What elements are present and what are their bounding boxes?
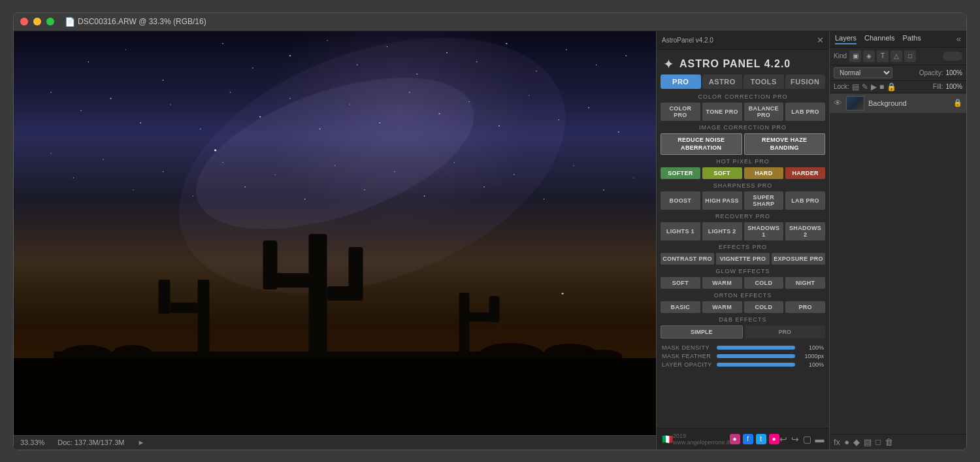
btn-lights2[interactable]: LIGHTS 2 [702,222,742,240]
btn-remove-haze[interactable]: REMOVE HAZE BANDING [744,133,826,155]
hot-pixel-row: SOFTER SOFT HARD HARDER [657,166,829,180]
maximize-button[interactable] [46,18,54,25]
svg-point-51 [394,171,395,172]
close-button[interactable] [20,18,28,25]
layer-opacity-track[interactable] [717,363,795,367]
layer-opacity-value: 100% [798,361,824,368]
lock-transparency-icon[interactable]: ▤ [852,82,859,91]
layer-group-icon[interactable]: ▤ [864,437,872,447]
btn-orton-warm[interactable]: WARM [702,301,742,313]
svg-point-37 [124,31,621,324]
tab-layers[interactable]: Layers [835,34,857,44]
btn-glow-cold[interactable]: COLD [744,277,784,289]
tab-astro[interactable]: ASTRO [702,74,743,89]
btn-tone-pro[interactable]: TONE PRO [702,103,742,121]
layer-adjustment-icon[interactable]: ◆ [853,437,860,447]
btn-db-simple[interactable]: SIMPLE [661,325,743,338]
svg-point-29 [409,91,410,92]
tab-paths[interactable]: Paths [903,34,921,44]
layer-fx-icon[interactable]: fx [834,437,840,447]
btn-soft[interactable]: SOFT [702,167,742,179]
astro-panel-close[interactable]: ✕ [817,35,824,45]
btn-harder[interactable]: HARDER [785,167,825,179]
fill-label: Fill: [933,83,943,90]
btn-shadows2[interactable]: SHADOWS 2 [785,222,825,240]
layer-delete-icon[interactable]: 🗑 [885,437,893,447]
blend-mode-row: Normal Opacity: 100% [830,65,966,81]
redo-icon[interactable]: ↪ [791,434,799,444]
history-icon[interactable]: ▢ [803,434,811,444]
svg-point-18 [80,110,82,110]
sharpness-row: BOOST HIGH PASS SUPER SHARP LAB PRO [657,190,829,211]
lock-image-icon[interactable]: ✎ [862,82,868,91]
filter-toggle[interactable] [943,52,962,61]
undo-icon[interactable]: ↩ [779,434,787,444]
filter-pixel-icon[interactable]: ▣ [849,50,861,62]
btn-glow-night[interactable]: NIGHT [785,277,825,289]
text-icon[interactable]: ▬ [815,434,825,444]
lock-position-icon[interactable]: ▶ [871,82,877,91]
btn-boost[interactable]: BOOST [661,191,700,210]
btn-shadows1[interactable]: SHADOWS 1 [744,222,784,240]
layer-item-background[interactable]: 👁 Background 🔒 [830,93,966,114]
mask-feather-track[interactable] [717,354,795,358]
opacity-value[interactable]: 100% [945,69,962,76]
tab-pro[interactable]: PRO [661,74,701,89]
svg-point-53 [454,162,455,163]
mask-feather-value: 1000px [798,353,824,359]
astro-panel-content: ✦ ASTRO PANEL 4.2.0 PRO ASTRO TOOLS FUSI… [657,50,829,428]
btn-glow-warm[interactable]: WARM [702,277,742,289]
btn-lab-pro-sharp[interactable]: LAB PRO [785,191,825,210]
btn-orton-basic[interactable]: BASIC [661,301,700,313]
layer-opacity-row: LAYER OPACITY 100% [662,361,824,368]
btn-balance-pro[interactable]: BALANCE PRO [744,103,784,121]
facebook-icon[interactable]: f [743,434,753,444]
lock-all-icon[interactable]: 🔒 [887,82,896,91]
filter-adjustment-icon[interactable]: ◈ [863,50,875,62]
btn-orton-pro[interactable]: PRO [785,301,825,313]
layer-new-icon[interactable]: □ [875,437,881,447]
tab-fusion[interactable]: FUSION [785,74,826,89]
svg-point-22 [200,128,201,129]
mask-feather-label: MASK FEATHER [662,353,714,359]
minimize-button[interactable] [33,18,41,25]
flickr-icon[interactable]: ● [769,434,779,444]
blend-mode-select[interactable]: Normal [834,67,892,78]
lock-artboard-icon[interactable]: ■ [879,82,884,91]
layer-visibility-icon[interactable]: 👁 [834,98,842,108]
btn-color-pro[interactable]: COLOR PRO [661,103,700,121]
btn-vignette-pro[interactable]: VIGNETTE PRO [716,253,770,265]
status-arrow: ► [137,438,144,446]
instagram-icon[interactable]: ● [730,434,740,444]
btn-hard[interactable]: HARD [744,167,784,179]
btn-reduce-noise-aberration[interactable]: REDUCE NOISE ABERRATION [661,133,742,155]
fill-value[interactable]: 100% [945,83,962,90]
ps-panel-collapse[interactable]: « [956,34,961,44]
btn-exposure-pro[interactable]: EXPOSURE PRO [772,253,825,265]
btn-orton-cold[interactable]: COLD [744,301,784,313]
mask-density-track[interactable] [717,346,795,350]
layers-toolbar: Kind ▣ ◈ T △ □ [830,48,966,65]
svg-point-2 [163,79,164,80]
btn-softer[interactable]: SOFTER [661,167,700,179]
btn-contrast-pro[interactable]: CONTRAST PRO [661,253,714,265]
orton-effects-row: BASIC WARM COLD PRO [657,300,829,314]
layer-mask-icon[interactable]: ● [844,437,849,447]
tab-tools[interactable]: TOOLS [743,74,784,89]
remove-haze-label: REMOVE HAZE [762,136,807,144]
filter-shape-icon[interactable]: △ [890,50,902,62]
ps-panel-header: Layers Channels Paths « [830,31,966,48]
btn-lights1[interactable]: LIGHTS 1 [661,222,700,240]
doc-info: Doc: 137.3M/137.3M [57,438,124,446]
btn-glow-soft[interactable]: SOFT [661,277,700,289]
btn-lab-pro-color[interactable]: LAB PRO [785,103,825,121]
btn-high-pass[interactable]: HIGH PASS [702,191,742,210]
btn-db-pro[interactable]: PRO [745,325,826,338]
section-effects: EFFECTS PRO [657,242,829,252]
filter-type-icon[interactable]: T [877,50,889,62]
tab-channels[interactable]: Channels [864,34,894,44]
social-icons: ● f t ● [730,434,779,444]
twitter-icon[interactable]: t [756,434,766,444]
btn-super-sharp[interactable]: SUPER SHARP [744,191,784,210]
filter-smart-icon[interactable]: □ [904,50,916,62]
